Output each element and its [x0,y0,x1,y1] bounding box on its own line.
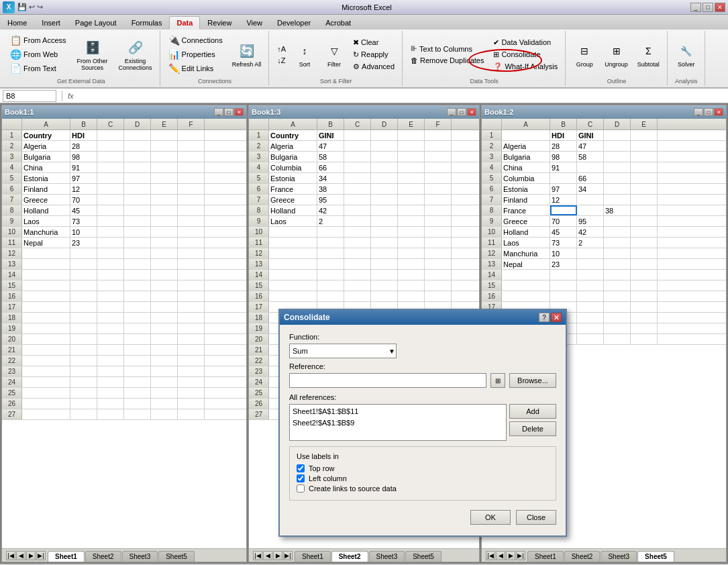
sheet-tab-sheet1[interactable]: Sheet1 [48,551,85,562]
grid-cell[interactable] [124,323,151,333]
grid-cell[interactable]: Columbia [269,162,317,172]
grid-cell[interactable]: Algeria [22,141,70,151]
grid-cell[interactable]: 70 [550,216,577,226]
grid-cell[interactable] [151,130,178,140]
add-button[interactable]: Add [509,404,556,419]
grid-cell[interactable] [124,259,151,269]
row-header[interactable]: 11 [249,238,269,248]
grid-cell[interactable] [631,227,658,237]
grid-cell[interactable] [604,259,631,269]
grid-cell[interactable] [344,248,371,258]
col-D[interactable]: D [124,119,151,130]
row-header[interactable]: 18 [2,313,22,323]
grid-cell[interactable] [97,238,124,248]
grid-cell[interactable] [550,205,577,215]
row-header[interactable]: 7 [249,195,269,205]
delete-button[interactable]: Delete [509,421,556,436]
formula-input[interactable] [76,92,725,100]
book1-2-restore[interactable]: □ [704,108,713,116]
col-E[interactable]: E [151,119,178,130]
reference-picker-icon[interactable]: ⊞ [490,373,505,388]
grid-cell[interactable] [371,259,398,269]
grid-cell[interactable] [425,184,452,194]
grid-cell[interactable] [124,399,151,409]
grid-cell[interactable]: Bulgaria [502,152,550,162]
grid-cell[interactable]: Estonia [269,173,317,183]
advanced-button[interactable]: ⚙ Advanced [350,61,398,72]
sheet-2-nav-last[interactable]: ▶| [516,551,525,560]
grid-cell[interactable] [398,227,425,237]
grid-cell[interactable] [151,409,178,419]
grid-cell[interactable] [425,227,452,237]
row-header[interactable]: 13 [482,259,502,269]
row-header[interactable]: 3 [2,152,22,162]
grid-cell[interactable] [269,270,317,280]
reference-input[interactable] [289,373,486,388]
row-header[interactable]: 1 [249,130,269,140]
grid-cell[interactable] [151,399,178,409]
grid-cell[interactable] [151,302,178,312]
grid-cell[interactable]: 70 [70,195,97,205]
function-select[interactable]: Sum Count Average [289,344,397,358]
row-header[interactable]: 8 [249,205,269,215]
grid-cell[interactable] [70,366,97,376]
grid-cell[interactable] [425,216,452,226]
grid-cell[interactable] [269,238,317,248]
grid-cell[interactable] [178,345,205,355]
grid-cell[interactable] [317,291,344,301]
grid-cell[interactable] [425,162,452,172]
grid-cell[interactable] [97,130,124,140]
grid-cell[interactable] [502,280,550,291]
grid-cell[interactable] [151,152,178,162]
sheet-2-nav-prev[interactable]: ◀ [496,551,505,560]
dialog-close-x-button[interactable]: ✕ [551,313,562,322]
ungroup-button[interactable]: ⊞ Ungroup [601,38,631,70]
grid-cell[interactable] [631,291,658,301]
grid-cell[interactable] [371,205,398,215]
row-header[interactable]: 25 [249,388,269,398]
grid-cell[interactable]: 58 [577,152,604,162]
grid-cell[interactable] [577,248,604,258]
from-text-button[interactable]: 📄 From Text [7,62,70,75]
grid-cell[interactable] [22,313,70,323]
grid-cell[interactable] [70,399,97,409]
grid-cell[interactable] [425,141,452,151]
grid-cell[interactable] [371,270,398,280]
sheet-tab-sheet5[interactable]: Sheet5 [158,551,195,562]
sheet-3-tab-sheet2[interactable]: Sheet2 [331,551,368,562]
ok-button[interactable]: OK [470,510,511,525]
grid-cell[interactable] [604,334,631,344]
col-3-D[interactable]: D [371,119,398,130]
sheet-nav-last[interactable]: ▶| [36,551,46,560]
row-header[interactable]: 25 [2,388,22,398]
row-header[interactable]: 4 [2,162,22,172]
grid-cell[interactable] [22,302,70,312]
sheet-2-tab-sheet2[interactable]: Sheet2 [564,551,601,562]
row-header[interactable]: 12 [249,248,269,258]
row-header[interactable]: 8 [482,205,502,215]
grid-cell[interactable] [398,270,425,280]
grid-cell[interactable] [22,334,70,344]
grid-cell[interactable] [344,280,371,291]
solver-button[interactable]: 🔧 Solver [672,38,700,70]
grid-cell[interactable]: Nepal [22,238,70,248]
grid-cell[interactable] [124,152,151,162]
grid-cell[interactable]: GINI [317,130,344,140]
grid-cell[interactable]: 34 [577,184,604,194]
grid-cell[interactable] [178,184,205,194]
grid-cell[interactable] [425,259,452,269]
grid-cell[interactable] [178,216,205,226]
col-A[interactable]: A [22,119,70,130]
grid-cell[interactable] [631,334,658,344]
grid-cell[interactable] [631,162,658,172]
row-header[interactable]: 12 [2,248,22,258]
grid-cell[interactable] [22,356,70,366]
row-header[interactable]: 24 [249,377,269,387]
consolidate-dialog[interactable]: Consolidate ? ✕ Function: Sum Count Aver… [278,309,567,537]
row-header[interactable]: 18 [249,313,269,323]
grid-cell[interactable] [97,184,124,194]
row-header[interactable]: 26 [2,399,22,409]
grid-cell[interactable] [151,270,178,280]
sheet-2-nav-next[interactable]: ▶ [506,551,515,560]
row-header[interactable]: 7 [2,195,22,205]
